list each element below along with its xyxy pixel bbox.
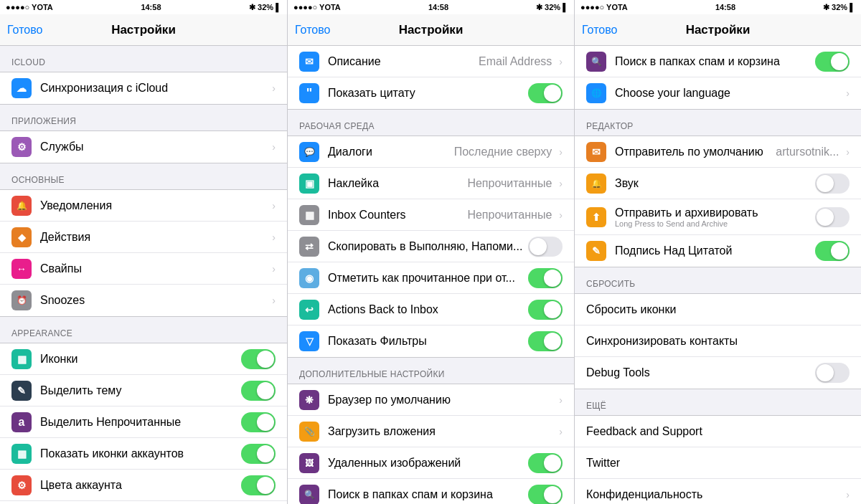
show-quote-toggle[interactable] bbox=[528, 83, 563, 103]
show-quote-label: Показать цитату bbox=[328, 87, 528, 100]
description-label: Описание bbox=[328, 55, 479, 68]
sound-row[interactable]: 🔔 Звук bbox=[575, 168, 861, 199]
description-row[interactable]: ✉ Описание Email Address › bbox=[288, 46, 574, 77]
icloud-sync-row[interactable]: ☁ Синхронизация с iCloud › bbox=[0, 72, 287, 104]
spam-search-toggle[interactable] bbox=[528, 485, 563, 505]
actions-back-toggle[interactable] bbox=[528, 300, 563, 320]
snoozes-row[interactable]: ⏰ Snoozes › bbox=[0, 285, 287, 316]
nav-back-3[interactable]: Готово bbox=[582, 24, 617, 37]
copy-to-row[interactable]: ⇄ Скопировать в Выполняю, Напоми... bbox=[288, 231, 574, 262]
show-filters-toggle[interactable] bbox=[528, 331, 563, 351]
send-archive-row[interactable]: ⬆ Отправить и архивировать Long Press to… bbox=[575, 199, 861, 235]
inbox-counters-icon: ▦ bbox=[299, 205, 319, 225]
debug-tools-label: Debug Tools bbox=[586, 366, 815, 379]
default-browser-row[interactable]: ❋ Браузер по умолчанию › bbox=[288, 384, 574, 416]
account-colors-row[interactable]: ⚙ Цвета аккаунта bbox=[0, 470, 287, 501]
notifications-icon: 🔔 bbox=[11, 196, 32, 216]
sync-contacts-row[interactable]: Синхронизировать контакты bbox=[575, 325, 861, 357]
copy-to-icon: ⇄ bbox=[299, 237, 319, 257]
notifications-row[interactable]: 🔔 Уведомления › bbox=[0, 190, 287, 222]
sound-toggle[interactable] bbox=[815, 173, 850, 194]
icons-toggle[interactable] bbox=[241, 349, 276, 369]
account-colors-toggle[interactable] bbox=[241, 475, 276, 495]
nav-title-1: Настройки bbox=[111, 23, 176, 37]
load-attachments-row[interactable]: 📎 Загрузить вложения › bbox=[288, 416, 574, 447]
swipes-icon: ↔ bbox=[11, 259, 32, 279]
show-account-icons-toggle[interactable] bbox=[241, 444, 276, 464]
signature-label: Подпись Над Цитатой bbox=[615, 244, 815, 257]
remote-images-icon: 🖼 bbox=[299, 453, 319, 473]
battery-2: ✱ 32% ▌ bbox=[536, 3, 568, 12]
editor-group: ✉ Отправитель по умолчанию artursotnik..… bbox=[575, 135, 861, 267]
highlight-unread-row[interactable]: a Выделить Непрочитанные bbox=[0, 406, 287, 438]
show-account-icons-label: Показать иконки аккаунтов bbox=[40, 447, 241, 460]
signature-row[interactable]: ✎ Подпись Над Цитатой bbox=[575, 235, 861, 267]
default-sender-icon: ✉ bbox=[586, 142, 606, 162]
nav-bar-3: Готово Настройки bbox=[575, 14, 861, 46]
scroll-area-1[interactable]: ICLOUD ☁ Синхронизация с iCloud › ПРИЛОЖ… bbox=[0, 46, 287, 504]
show-quote-row[interactable]: " Показать цитату bbox=[288, 77, 574, 109]
spam-search-toggle2[interactable] bbox=[815, 52, 850, 72]
services-row[interactable]: ⚙ Службы › bbox=[0, 131, 287, 163]
default-sender-row[interactable]: ✉ Отправитель по умолчанию artursotnik..… bbox=[575, 136, 861, 168]
actions-back-row[interactable]: ↩ Actions Back to Inbox bbox=[288, 294, 574, 325]
mark-read-row[interactable]: ◉ Отметить как прочитанное при от... bbox=[288, 262, 574, 294]
reset-icons-row[interactable]: Сбросить иконки bbox=[575, 294, 861, 325]
spam-search-row[interactable]: 🔍 Поиск в папках спам и корзина bbox=[288, 479, 574, 504]
description-chevron: › bbox=[559, 56, 563, 67]
highlight-unread-toggle[interactable] bbox=[241, 412, 276, 432]
advanced-group: ❋ Браузер по умолчанию › 📎 Загрузить вло… bbox=[288, 384, 574, 504]
debug-tools-row[interactable]: Debug Tools bbox=[575, 357, 861, 389]
default-browser-chevron: › bbox=[559, 394, 563, 406]
section-header-main: ОСНОВНЫЕ bbox=[0, 163, 287, 189]
highlight-theme-toggle[interactable] bbox=[241, 381, 276, 401]
show-account-icons-row[interactable]: ▦ Показать иконки аккаунтов bbox=[0, 438, 287, 470]
copy-to-toggle[interactable] bbox=[528, 237, 563, 257]
send-archive-toggle[interactable] bbox=[815, 207, 850, 227]
icons-icon: ▦ bbox=[11, 349, 32, 369]
nav-back-2[interactable]: Готово bbox=[295, 24, 330, 37]
account-colors-icon: ⚙ bbox=[11, 475, 32, 495]
appearance-group: ▦ Иконки ✎ Выделить тему a Выделить Непр… bbox=[0, 343, 287, 504]
twitter-row[interactable]: Twitter bbox=[575, 447, 861, 479]
feedback-label: Feedback and Support bbox=[586, 425, 850, 438]
nav-bar-1: Готово Настройки bbox=[0, 14, 287, 46]
snoozes-chevron: › bbox=[272, 295, 276, 306]
privacy-row[interactable]: Конфиденциальность › bbox=[575, 479, 861, 504]
scroll-area-3[interactable]: 🔍 Поиск в папках спам и корзина 🌐 Choose… bbox=[575, 46, 861, 504]
reset-icons-label: Сбросить иконки bbox=[586, 303, 850, 316]
icons-row[interactable]: ▦ Иконки bbox=[0, 343, 287, 375]
feedback-row[interactable]: Feedback and Support bbox=[575, 416, 861, 447]
remote-images-row[interactable]: 🖼 Удаленных изображений bbox=[288, 447, 574, 479]
choose-language-row3[interactable]: 🌐 Choose your language › bbox=[575, 77, 861, 109]
battery-1: ✱ 32% ▌ bbox=[249, 3, 281, 12]
actions-back-label: Actions Back to Inbox bbox=[328, 303, 528, 316]
spam-search-icon2: 🔍 bbox=[586, 52, 606, 72]
dialogs-row[interactable]: 💬 Диалоги Последние сверху › bbox=[288, 136, 574, 168]
scroll-area-2[interactable]: ✉ Описание Email Address › " Показать ци… bbox=[288, 46, 574, 504]
preview-row[interactable]: ▤ Предварительный просмотр 2 строки › bbox=[0, 501, 287, 504]
highlight-unread-icon: a bbox=[11, 412, 32, 432]
remote-images-toggle[interactable] bbox=[528, 453, 563, 473]
show-filters-row[interactable]: ▽ Показать Фильтры bbox=[288, 325, 574, 357]
signature-toggle[interactable] bbox=[815, 241, 850, 261]
time-2: 14:58 bbox=[428, 3, 448, 11]
mark-read-icon: ◉ bbox=[299, 268, 319, 288]
spam-search-row2[interactable]: 🔍 Поиск в папках спам и корзина bbox=[575, 46, 861, 77]
icloud-sync-label: Синхронизация с iCloud bbox=[40, 82, 269, 95]
actions-row[interactable]: ◆ Действия › bbox=[0, 222, 287, 253]
load-attachments-label: Загрузить вложения bbox=[328, 425, 556, 438]
section-header-appearance: APPEARANCE bbox=[0, 317, 287, 343]
mark-read-toggle[interactable] bbox=[528, 268, 563, 288]
sticker-row[interactable]: ▣ Наклейка Непрочитанные › bbox=[288, 168, 574, 199]
inbox-counters-row[interactable]: ▦ Inbox Counters Непрочитанные › bbox=[288, 199, 574, 231]
more-group: Feedback and Support Twitter Конфиденциа… bbox=[575, 415, 861, 504]
swipes-row[interactable]: ↔ Свайпы › bbox=[0, 253, 287, 285]
default-sender-value: artursotnik... bbox=[776, 146, 839, 158]
nav-back-1[interactable]: Готово bbox=[7, 24, 42, 37]
sticker-chevron: › bbox=[559, 178, 563, 189]
nav-title-2: Настройки bbox=[399, 23, 464, 37]
highlight-theme-row[interactable]: ✎ Выделить тему bbox=[0, 375, 287, 406]
debug-tools-toggle[interactable] bbox=[815, 363, 850, 383]
apps-group: ⚙ Службы › bbox=[0, 130, 287, 163]
